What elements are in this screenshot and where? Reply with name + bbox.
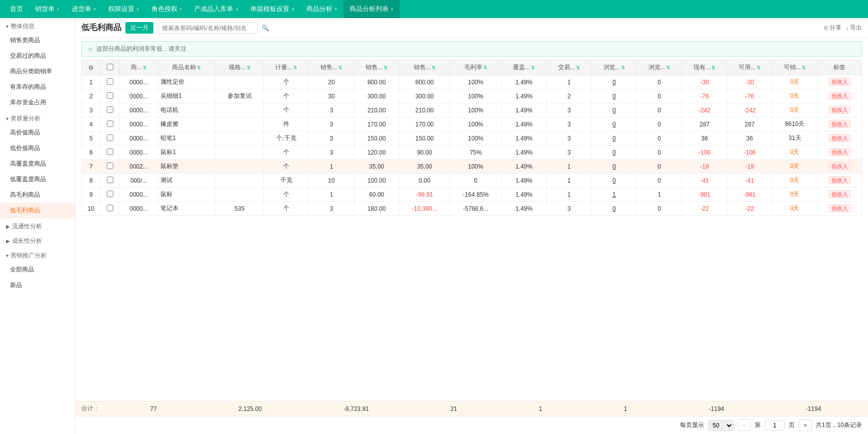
search-icon[interactable]: 🔍	[262, 25, 269, 32]
row-checkbox-cell[interactable]	[100, 202, 119, 216]
close-purchase-icon[interactable]: ×	[93, 7, 96, 12]
row-checkbox[interactable]	[107, 205, 113, 211]
sidebar-group-marketing[interactable]: ▾ 营销推广分析	[0, 247, 75, 262]
filter-period-button[interactable]: 近一月	[125, 22, 153, 34]
row-checkbox[interactable]	[107, 106, 113, 113]
nav-item-sales[interactable]: 销货单 ×	[29, 0, 66, 18]
nav-item-home[interactable]: 首页	[4, 0, 29, 18]
nav-item-permissions[interactable]: 权限设置 ×	[102, 0, 145, 18]
sidebar-item-low-value[interactable]: 低价值商品	[0, 140, 75, 156]
row-browse1[interactable]: 0	[592, 117, 637, 131]
row-browse1[interactable]: 0	[592, 89, 637, 103]
sidebar-item-stocked-products[interactable]: 有库存的商品	[0, 79, 75, 95]
main-layout: ▾ 整体信息 销售类商品 交易过的商品 商品分类助销率 有库存的商品 库存资金占…	[0, 18, 868, 434]
page-number-input[interactable]	[765, 420, 785, 430]
row-checkbox-cell[interactable]	[100, 188, 119, 202]
sidebar-group-growth[interactable]: ▶ 成长性分析	[0, 233, 75, 247]
row-name: 铅笔1	[158, 131, 215, 146]
sidebar-item-traded-products[interactable]: 交易过的商品	[0, 48, 75, 64]
col-sales-profit[interactable]: 销售... ⇅	[399, 60, 450, 75]
nav-item-products-in[interactable]: 产成品入库单 ×	[188, 0, 244, 18]
col-saleable[interactable]: 可销... ⇅	[772, 60, 817, 75]
row-checkbox-cell[interactable]	[100, 89, 119, 103]
nav-item-analysis[interactable]: 商品分析 ×	[300, 0, 343, 18]
row-coverage: 1.49%	[501, 131, 547, 146]
row-browse1[interactable]: 0	[592, 160, 637, 174]
col-sales-amt[interactable]: 销售... ⇅	[354, 60, 399, 75]
row-checkbox-cell[interactable]	[100, 75, 119, 89]
select-all-checkbox[interactable]	[107, 64, 113, 70]
col-sales-qty[interactable]: 销售... ⇅	[309, 60, 354, 75]
next-page-button[interactable]: ＞	[799, 419, 812, 431]
col-settings[interactable]: ⚙	[82, 60, 101, 75]
row-no: 1	[82, 75, 101, 89]
sidebar-group-overall[interactable]: ▾ 整体信息	[0, 18, 75, 33]
export-button[interactable]: ↓ 导出	[845, 24, 862, 32]
share-button[interactable]: ⎘ 分享	[824, 24, 841, 32]
settings-icon[interactable]: ⚙	[88, 64, 94, 71]
row-checkbox-cell[interactable]	[100, 131, 119, 146]
sidebar-item-stock-capital[interactable]: 库存资金占用	[0, 95, 75, 110]
close-analysis-icon[interactable]: ×	[334, 7, 337, 12]
search-input[interactable]	[157, 23, 258, 34]
row-checkbox-cell[interactable]	[100, 174, 119, 188]
sidebar-item-high-coverage[interactable]: 高覆盖度商品	[0, 156, 75, 172]
col-unit[interactable]: 计量... ⇅	[264, 60, 309, 75]
close-templates-icon[interactable]: ×	[291, 7, 294, 12]
row-browse1[interactable]: 1	[592, 188, 637, 202]
col-name[interactable]: 商品名称 ⇅	[158, 60, 215, 75]
col-stock[interactable]: 现有... ⇅	[682, 60, 727, 75]
row-browse1[interactable]: 0	[592, 202, 637, 216]
col-browse1[interactable]: 浏览... ⇅	[592, 60, 637, 75]
sidebar-item-low-margin[interactable]: 低毛利商品	[0, 203, 75, 218]
col-transactions[interactable]: 交易... ⇅	[547, 60, 592, 75]
row-tag: 低收入	[817, 75, 861, 89]
row-checkbox[interactable]	[107, 191, 113, 197]
col-spec[interactable]: 规格... ⇅	[215, 60, 264, 75]
row-checkbox-cell[interactable]	[100, 117, 119, 131]
prev-page-button[interactable]: ＜	[738, 419, 751, 431]
sidebar-group-liquidity[interactable]: ▶ 流通性分析	[0, 218, 75, 233]
row-browse1[interactable]: 0	[592, 131, 637, 146]
row-browse1[interactable]: 0	[592, 174, 637, 188]
col-checkbox-header[interactable]	[100, 60, 119, 75]
per-page-select[interactable]: 50 100 200	[708, 420, 734, 431]
row-checkbox[interactable]	[107, 134, 113, 141]
sidebar-item-high-margin[interactable]: 高毛利商品	[0, 187, 75, 203]
row-browse2: 0	[637, 131, 682, 146]
sidebar-group-cluster[interactable]: ▾ 类群量分析	[0, 110, 75, 125]
nav-item-roles[interactable]: 角色授权 ×	[145, 0, 189, 18]
col-coverage[interactable]: 覆盖... ⇅	[501, 60, 547, 75]
col-browse2[interactable]: 浏览... ⇅	[637, 60, 682, 75]
col-profit-rate[interactable]: 毛利率 ⇅	[450, 60, 501, 75]
row-sales-amt: 35.00	[354, 160, 399, 174]
sidebar-item-new-products[interactable]: 新品	[0, 277, 75, 293]
row-checkbox[interactable]	[107, 120, 113, 127]
col-code[interactable]: 商... ⇅	[119, 60, 158, 75]
row-checkbox-cell[interactable]	[100, 146, 119, 160]
row-browse1[interactable]: 0	[592, 103, 637, 117]
row-browse1[interactable]: 0	[592, 146, 637, 160]
sidebar-item-all-products[interactable]: 全部商品	[0, 262, 75, 277]
row-checkbox[interactable]	[107, 78, 113, 85]
row-checkbox[interactable]	[107, 92, 113, 99]
row-checkbox[interactable]	[107, 149, 113, 155]
close-analysis-list-icon[interactable]: ×	[391, 7, 394, 12]
nav-item-templates[interactable]: 单据模板设置 ×	[244, 0, 300, 18]
sidebar-item-high-value[interactable]: 高价值商品	[0, 125, 75, 140]
close-roles-icon[interactable]: ×	[180, 7, 183, 12]
close-products-in-icon[interactable]: ×	[235, 7, 238, 12]
sidebar-item-category-rate[interactable]: 商品分类助销率	[0, 64, 75, 79]
nav-item-purchase[interactable]: 进货单 ×	[66, 0, 102, 18]
row-checkbox[interactable]	[107, 177, 113, 183]
row-checkbox-cell[interactable]	[100, 103, 119, 117]
sidebar-item-low-coverage[interactable]: 低覆盖度商品	[0, 172, 75, 187]
nav-item-analysis-list[interactable]: 商品分析列表 ×	[343, 0, 400, 18]
row-checkbox[interactable]	[107, 163, 113, 169]
sidebar-item-sales-products[interactable]: 销售类商品	[0, 33, 75, 48]
col-available[interactable]: 可用... ⇅	[727, 60, 772, 75]
row-checkbox-cell[interactable]	[100, 160, 119, 174]
close-sales-icon[interactable]: ×	[57, 7, 60, 12]
row-browse1[interactable]: 0	[592, 75, 637, 89]
close-permissions-icon[interactable]: ×	[136, 7, 139, 12]
